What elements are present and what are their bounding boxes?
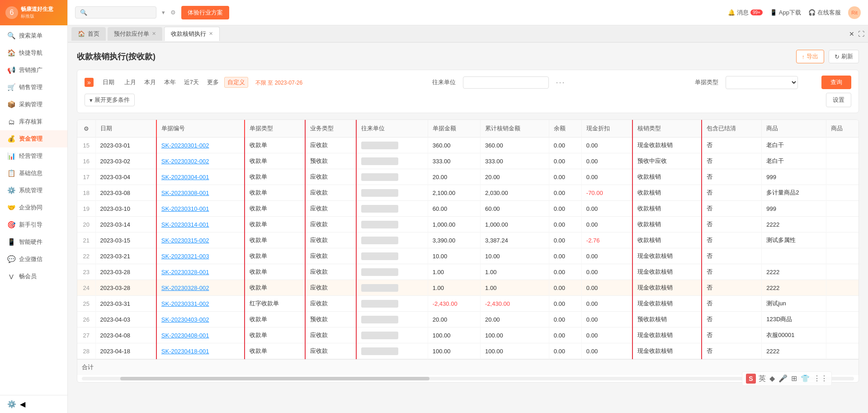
th-settings[interactable]: ⚙ (77, 120, 95, 138)
sidebar-item-inventory[interactable]: 🗂 库存核算 (0, 113, 67, 130)
table-row[interactable]: 18 2023-03-08 SK-20230308-001 收款单 应收款 ██… (77, 185, 859, 201)
sidebar-icon-marketing: 📢 (7, 66, 15, 74)
receipt-no-link[interactable]: SK-20230408-001 (161, 332, 209, 339)
sidebar-item-enterprise[interactable]: 🤝 企业协同 (0, 199, 67, 216)
date-btn-more[interactable]: 更多 (204, 77, 222, 87)
table-row[interactable]: 26 2023-04-03 SK-20230403-002 收款单 预收款 ██… (77, 312, 859, 328)
date-btn-last-month[interactable]: 上月 (122, 77, 139, 87)
sidebar-item-sales[interactable]: 🛒 销售管理 (0, 79, 67, 96)
table-row[interactable]: 15 2023-03-01 SK-20230301-002 收款单 应收款 ██… (77, 138, 859, 153)
table-row[interactable]: 28 2023-04-18 SK-20230418-001 收款单 应收款 ██… (77, 343, 859, 359)
td-product2 (826, 185, 859, 201)
sidebar-item-search[interactable]: 🔍 搜索菜单 (0, 27, 67, 44)
td-receipt-no: SK-20230328-001 (156, 264, 245, 280)
receipt-no-link[interactable]: SK-20230328-001 (161, 269, 209, 275)
tab-prepayment[interactable]: 预付款应付单 ✕ (108, 27, 162, 41)
sidebar-item-wechat[interactable]: 💬 企业微信 (0, 251, 67, 268)
sidebar-item-member[interactable]: V 畅会员 (0, 268, 67, 285)
receipt-no-link[interactable]: SK-20230304-001 (161, 174, 209, 180)
table-row[interactable]: 17 2023-03-04 SK-20230304-001 收款单 应收款 ██… (77, 169, 859, 185)
collapse-icon[interactable]: ◀ (20, 400, 25, 408)
tab-close-collection[interactable]: ✕ (209, 31, 213, 37)
refresh-button[interactable]: ↻ 刷新 (829, 50, 859, 63)
sidebar-item-marketing[interactable]: 📢 营销推广 (0, 62, 67, 79)
maximize-icon[interactable]: ⛶ (858, 30, 864, 38)
td-write-off-amount: 100.00 (481, 328, 549, 343)
receipt-no-link[interactable]: SK-20230331-002 (161, 300, 209, 307)
user-avatar[interactable]: Rit (848, 6, 861, 19)
settings-icon[interactable]: ⚙️ (7, 400, 16, 408)
table-row[interactable]: 22 2023-03-21 SK-20230321-003 收款单 应收款 ██… (77, 248, 859, 264)
tab-collection[interactable]: 收款核销执行 ✕ (164, 27, 220, 41)
receipt-no-link[interactable]: SK-20230310-001 (161, 205, 209, 212)
receipt-no-link[interactable]: SK-20230403-002 (161, 316, 209, 323)
table-row[interactable]: 23 2023-03-28 SK-20230328-001 收款单 应收款 ██… (77, 264, 859, 280)
topbar-search[interactable]: 🔍 (75, 6, 156, 19)
table-row[interactable]: 25 2023-03-31 SK-20230331-002 红字收款单 应收款 … (77, 296, 859, 312)
td-no: 25 (77, 296, 95, 312)
sidebar-icon-enterprise: 🤝 (7, 204, 15, 212)
receipt-no-link[interactable]: SK-20230314-001 (161, 221, 209, 228)
receipt-no-link[interactable]: SK-20230321-003 (161, 253, 209, 260)
date-btn-7days[interactable]: 近7天 (181, 77, 202, 87)
td-biz-type: 预收款 (305, 153, 356, 169)
receipt-type-select[interactable] (726, 76, 798, 89)
td-no: 26 (77, 312, 95, 328)
close-window-icon[interactable]: ✕ (849, 30, 854, 38)
app-download-button[interactable]: 📱 App下载 (770, 9, 801, 17)
table-scroll-thumb[interactable] (120, 377, 429, 380)
sidebar-item-operations[interactable]: 📊 经营管理 (0, 147, 67, 165)
td-receipt-type: 收款单 (245, 312, 305, 328)
sidebar-icon-search: 🔍 (7, 32, 15, 40)
sidebar-item-quick-nav[interactable]: 🏠 快捷导航 (0, 44, 67, 62)
receipt-no-link[interactable]: SK-20230308-001 (161, 190, 209, 196)
settings-button[interactable]: 设置 (826, 93, 851, 107)
td-receipt-type: 收款单 (245, 153, 305, 169)
solution-button[interactable]: 体验行业方案 (181, 6, 229, 19)
tab-home[interactable]: 🏠 首页 (71, 27, 106, 41)
notification-button[interactable]: 🔔 消息 99+ (728, 9, 763, 17)
table-scrollbar[interactable] (82, 377, 854, 380)
query-button[interactable]: 查询 (821, 76, 851, 89)
date-options: 上月 本月 本年 近7天 更多 自定义 (122, 77, 248, 88)
table-row[interactable]: 21 2023-03-15 SK-20230315-002 收款单 应收款 ██… (77, 233, 859, 248)
table-row[interactable]: 27 2023-04-08 SK-20230408-001 收款单 应收款 ██… (77, 328, 859, 343)
td-amount: 333.00 (428, 153, 480, 169)
table-row[interactable]: 24 2023-03-28 SK-20230328-002 收款单 应收款 ██… (77, 280, 859, 296)
sidebar-item-hardware[interactable]: 📱 智能硬件 (0, 233, 67, 251)
receipt-no-link[interactable]: SK-20230328-002 (161, 285, 209, 291)
td-cash-discount: 0.00 (581, 343, 632, 359)
sidebar-item-purchase[interactable]: 📦 采购管理 (0, 96, 67, 113)
table-row[interactable]: 20 2023-03-14 SK-20230314-001 收款单 应收款 ██… (77, 217, 859, 233)
th-write-off-type: 核销类型 (632, 120, 702, 138)
sidebar-item-basic[interactable]: 📋 基础信息 (0, 165, 67, 182)
td-amount: 3,390.00 (428, 233, 480, 248)
expand-more-button[interactable]: ▾ 展开更多条件 (85, 94, 135, 106)
tab-close-prepayment[interactable]: ✕ (152, 31, 156, 37)
filter-expand-button[interactable]: » (85, 78, 94, 87)
td-receipt-no: SK-20230408-001 (156, 328, 245, 343)
sidebar-item-guide[interactable]: 🎯 新手引导 (0, 216, 67, 233)
sidebar-label-guide: 新手引导 (19, 221, 42, 229)
receipt-no-link[interactable]: SK-20230301-002 (161, 142, 209, 149)
date-btn-this-month[interactable]: 本月 (142, 77, 159, 87)
receipt-no-link[interactable]: SK-20230302-002 (161, 158, 209, 165)
td-balance: 0.00 (549, 138, 581, 153)
online-service-button[interactable]: 🎧 在线客服 (808, 9, 841, 17)
table-row[interactable]: 19 2023-03-10 SK-20230310-001 收款单 应收款 ██… (77, 201, 859, 217)
sidebar-item-system[interactable]: ⚙️ 系统管理 (0, 182, 67, 199)
sidebar-item-finance[interactable]: 💰 资金管理 (0, 130, 67, 147)
td-receipt-type: 收款单 (245, 248, 305, 264)
topbar-chevron-icon[interactable]: ▾ (162, 9, 165, 16)
date-btn-custom[interactable]: 自定义 (224, 77, 248, 88)
topbar-gear-icon[interactable]: ⚙ (170, 9, 176, 16)
table-row[interactable]: 16 2023-03-02 SK-20230302-002 收款单 预收款 ██… (77, 153, 859, 169)
export-button[interactable]: ↑ 导出 (796, 50, 825, 63)
receipt-no-link[interactable]: SK-20230418-001 (161, 348, 209, 355)
td-receipt-type: 收款单 (245, 185, 305, 201)
receipt-no-link[interactable]: SK-20230315-002 (161, 237, 209, 244)
td-product2 (826, 248, 859, 264)
td-receipt-no: SK-20230308-001 (156, 185, 245, 201)
counterparty-input[interactable] (463, 76, 549, 89)
date-btn-this-year[interactable]: 本年 (161, 77, 179, 87)
